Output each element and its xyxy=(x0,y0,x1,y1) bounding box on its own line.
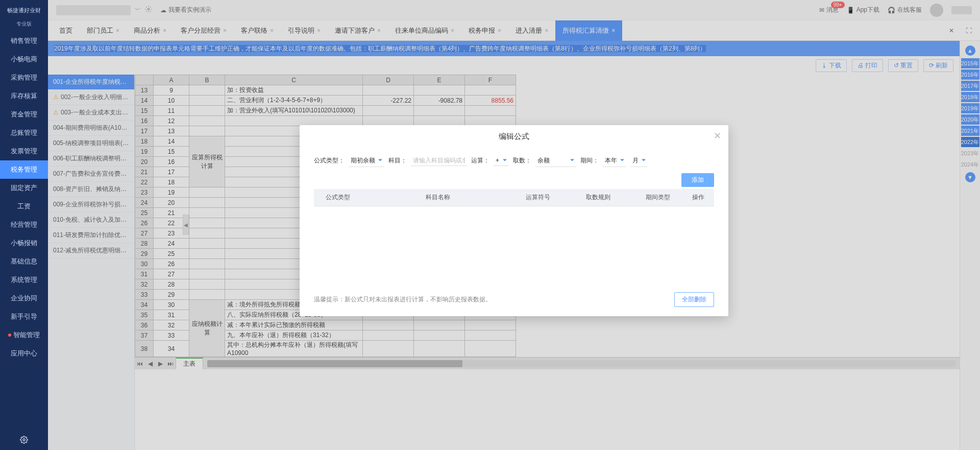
sidebar-item-12[interactable]: 基础信息 xyxy=(0,252,48,271)
period-label: 期间： xyxy=(580,156,599,165)
formula-table: 公式类型科目名称运算符号取数规则期间类型操作 xyxy=(314,189,714,206)
left-sidebar: 畅捷通好业财 专业版 销售管理小畅电商采购管理库存核算资金管理总账管理发票管理税… xyxy=(0,0,48,450)
sidebar-item-1[interactable]: 小畅电商 xyxy=(0,50,48,68)
svg-point-0 xyxy=(23,439,25,441)
delete-all-button[interactable]: 全部删除 xyxy=(674,292,714,307)
period-month-select[interactable]: 月 xyxy=(630,155,648,167)
brand-sub: 专业版 xyxy=(0,20,48,32)
close-icon[interactable]: ✕ xyxy=(714,130,721,141)
subject-input[interactable] xyxy=(411,155,467,166)
sidebar-item-16[interactable]: 智能管理 xyxy=(0,326,48,344)
sidebar-item-15[interactable]: 新手引导 xyxy=(0,307,48,326)
col-header: 取数规则 xyxy=(562,189,634,206)
add-button[interactable]: 添加 xyxy=(681,173,714,187)
sidebar-item-0[interactable]: 销售管理 xyxy=(0,32,48,50)
sidebar-item-4[interactable]: 资金管理 xyxy=(0,105,48,124)
fetch-select[interactable]: 余额 xyxy=(535,155,576,167)
tip-text: 温馨提示：新公式只对未出报表进行计算，不影响历史报表数据。 xyxy=(314,295,492,304)
col-header: 操作 xyxy=(682,189,714,206)
formula-type-label: 公式类型： xyxy=(314,156,345,165)
subject-label: 科目： xyxy=(388,156,407,165)
period-year-select[interactable]: 本年 xyxy=(603,155,626,167)
col-header: 公式类型 xyxy=(314,189,362,206)
operator-select[interactable]: + xyxy=(494,155,509,166)
gear-icon[interactable] xyxy=(0,430,48,450)
formula-type-select[interactable]: 期初余额 xyxy=(349,155,384,167)
sidebar-item-14[interactable]: 企业协同 xyxy=(0,289,48,307)
col-header: 运算符号 xyxy=(514,189,562,206)
sidebar-item-10[interactable]: 经营管理 xyxy=(0,216,48,234)
sidebar-item-17[interactable]: 应用中心 xyxy=(0,344,48,363)
fetch-label: 取数： xyxy=(513,156,531,165)
brand-logo: 畅捷通好业财 xyxy=(0,0,48,20)
sidebar-item-5[interactable]: 总账管理 xyxy=(0,124,48,142)
sidebar-item-6[interactable]: 发票管理 xyxy=(0,142,48,160)
sidebar-item-13[interactable]: 系统管理 xyxy=(0,271,48,289)
sidebar-item-11[interactable]: 小畅报销 xyxy=(0,234,48,252)
modal-title: 编辑公式 xyxy=(499,132,529,141)
sidebar-item-9[interactable]: 工资 xyxy=(0,197,48,216)
operator-label: 运算： xyxy=(471,156,489,165)
sidebar-item-8[interactable]: 固定资产 xyxy=(0,179,48,197)
sidebar-item-7[interactable]: 税务管理 xyxy=(0,160,48,179)
col-header: 期间类型 xyxy=(634,189,682,206)
col-header: 科目名称 xyxy=(362,189,514,206)
sidebar-item-3[interactable]: 库存核算 xyxy=(0,87,48,105)
edit-formula-modal: 编辑公式 ✕ 公式类型： 期初余额 科目： 运算： + 取数： 余额 期间： 本… xyxy=(300,125,728,316)
sidebar-item-2[interactable]: 采购管理 xyxy=(0,68,48,87)
